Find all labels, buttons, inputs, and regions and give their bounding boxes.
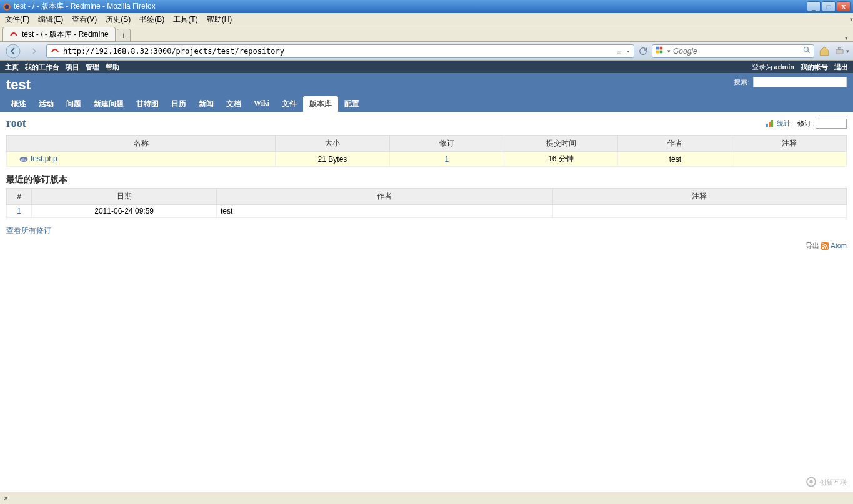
firefox-statusbar: ×	[0, 492, 853, 504]
export-atom-link[interactable]: Atom	[831, 242, 847, 249]
topnav-mypage[interactable]: 我的工作台	[25, 62, 59, 72]
tab-2[interactable]: 问题	[60, 96, 87, 112]
tab-5[interactable]: 日历	[165, 96, 192, 112]
page-title: root	[6, 117, 26, 130]
tab-11[interactable]: 配置	[338, 96, 366, 112]
search-label[interactable]: 搜索:	[734, 77, 749, 87]
rev-header-1: 日期	[32, 189, 217, 205]
svg-point-2	[6, 44, 20, 58]
svg-rect-9	[836, 49, 843, 54]
search-submit-icon[interactable]	[802, 46, 811, 56]
tab-6[interactable]: 新闻	[192, 96, 220, 112]
redmine-search-input[interactable]	[753, 77, 847, 87]
svg-line-8	[808, 51, 810, 53]
tab-9[interactable]: 文件	[276, 96, 303, 112]
tab-1[interactable]: 活动	[32, 96, 60, 112]
redmine-favicon-icon	[9, 29, 18, 40]
file-link[interactable]: test.php	[31, 154, 57, 163]
google-icon	[655, 46, 664, 56]
rev-cell-comment	[552, 205, 846, 218]
redmine-content: root 统计 | 修订: 名称大小修订提交时间作者注释 phptest.php…	[0, 112, 853, 260]
tab-8[interactable]: Wiki	[247, 96, 276, 112]
files-header-2: 修订	[389, 136, 504, 152]
view-all-revisions-link[interactable]: 查看所有修订	[6, 226, 51, 235]
tab-title: test - / - 版本库 - Redmine	[22, 29, 109, 40]
menu-edit[interactable]: 编辑(E)	[38, 14, 63, 25]
stats-link[interactable]: 统计	[777, 119, 791, 128]
new-tab-button[interactable]: +	[117, 29, 131, 41]
plugin-button[interactable]: ▾	[834, 44, 849, 58]
logged-as: 登录为 admin	[752, 62, 794, 72]
rev-cell-date: 2011-06-24 09:59	[32, 205, 217, 218]
topnav-help[interactable]: 帮助	[106, 62, 119, 72]
search-bar[interactable]: ▾	[652, 44, 814, 58]
close-window-button[interactable]: X	[837, 1, 851, 12]
rev-cell-num: 1	[7, 205, 32, 218]
maximize-button[interactable]: □	[822, 1, 836, 12]
topnav-projects[interactable]: 项目	[66, 62, 79, 72]
menu-help[interactable]: 帮助(H)	[207, 14, 232, 25]
menu-file[interactable]: 文件(F)	[5, 14, 29, 25]
menu-view[interactable]: 查看(V)	[72, 14, 97, 25]
menu-tools[interactable]: 工具(T)	[173, 14, 197, 25]
topnav-admin[interactable]: 管理	[86, 62, 99, 72]
url-bar[interactable]: ☆ ▾	[46, 44, 634, 58]
files-header-1: 大小	[276, 136, 390, 152]
tab-7[interactable]: 文档	[220, 96, 247, 112]
topnav-myaccount[interactable]: 我的帐号	[801, 62, 828, 72]
export-row: 导出 Atom	[6, 236, 847, 255]
svg-rect-11	[766, 124, 768, 127]
stats-icon	[766, 119, 774, 129]
watermark-logo-icon: ⦿	[806, 476, 817, 489]
tab-10[interactable]: 版本库	[303, 96, 338, 112]
files-header-3: 提交时间	[504, 136, 618, 152]
file-row: phptest.php21 Bytes116 分钟test	[7, 152, 847, 167]
browser-tab[interactable]: test - / - 版本库 - Redmine	[2, 27, 116, 41]
svg-point-7	[804, 47, 808, 51]
svg-rect-3	[656, 47, 659, 50]
tab-3[interactable]: 新建问题	[87, 96, 130, 112]
tabbar-overflow-icon[interactable]: ▾	[845, 35, 848, 41]
tab-4[interactable]: 甘特图	[130, 96, 165, 112]
watermark: ⦿ 创新互联	[806, 476, 847, 489]
home-button[interactable]	[817, 44, 832, 58]
revision-input[interactable]	[816, 119, 847, 129]
url-input[interactable]	[63, 47, 612, 56]
revision-label: 修订:	[797, 119, 813, 128]
os-titlebar: test - / - 版本库 - Redmine - Mozilla Firef…	[0, 0, 853, 13]
svg-rect-5	[656, 51, 659, 54]
watermark-text: 创新互联	[819, 478, 847, 487]
bookmark-star-icon[interactable]: ☆	[616, 46, 621, 56]
recent-revisions-title: 最近的修订版本	[6, 174, 847, 185]
plugin-dropdown-icon[interactable]: ▾	[846, 48, 849, 54]
rev-cell-author: test	[216, 205, 552, 218]
php-file-icon: php	[19, 155, 28, 164]
reload-button[interactable]	[637, 46, 649, 56]
url-dropdown-icon[interactable]: ▾	[627, 48, 630, 54]
file-cell-rev[interactable]: 1	[389, 152, 504, 167]
svg-text:php: php	[21, 157, 27, 161]
search-engine-dropdown-icon[interactable]: ▾	[667, 48, 671, 54]
rev-link[interactable]: 1	[444, 155, 449, 164]
revision-num-link[interactable]: 1	[17, 207, 21, 215]
back-button[interactable]	[4, 43, 22, 59]
svg-rect-12	[769, 122, 771, 127]
firefox-menubar: 文件(F) 编辑(E) 查看(V) 历史(S) 书签(B) 工具(T) 帮助(H…	[0, 13, 853, 26]
logged-user-link[interactable]: admin	[774, 63, 794, 71]
menu-bookmarks[interactable]: 书签(B)	[139, 14, 164, 25]
revisions-table: #日期作者注释 12011-06-24 09:59test	[6, 188, 847, 218]
minimize-button[interactable]: _	[807, 1, 821, 12]
topnav-logout[interactable]: 退出	[834, 62, 848, 72]
rev-header-2: 作者	[216, 189, 552, 205]
status-close-icon[interactable]: ×	[4, 494, 8, 503]
tab-0[interactable]: 概述	[5, 96, 32, 112]
menubar-overflow-icon[interactable]: ▾	[850, 16, 853, 22]
topnav-home[interactable]: 主页	[5, 62, 19, 72]
search-input[interactable]	[673, 47, 800, 56]
files-header-4: 作者	[618, 136, 732, 152]
forward-button[interactable]	[25, 43, 44, 59]
redmine-header: test 搜索: 概述活动问题新建问题甘特图日历新闻文档Wiki文件版本库配置	[0, 73, 853, 112]
menu-history[interactable]: 历史(S)	[106, 14, 131, 25]
svg-point-1	[5, 4, 9, 9]
files-header-5: 注释	[732, 136, 847, 152]
